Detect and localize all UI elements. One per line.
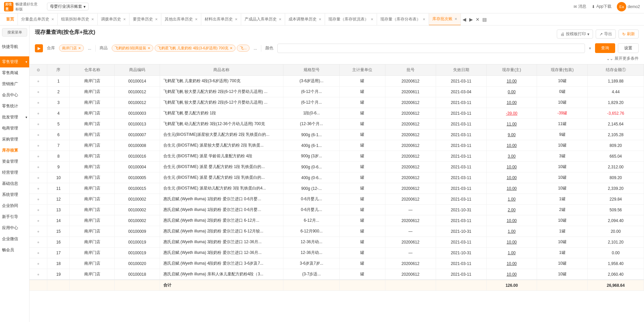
row-stock-main[interactable]: 2.00 xyxy=(486,205,537,215)
row-gear[interactable]: ● xyxy=(30,151,47,162)
tab-cheng-ben[interactable]: 成本调整单历史 ✕ xyxy=(285,13,325,25)
row-stock-main[interactable]: 10.00 xyxy=(486,183,537,194)
row-stock-main[interactable]: 10.00 xyxy=(486,162,537,172)
export-btn[interactable]: ↗ 导出 xyxy=(596,30,616,39)
tab-next-btn[interactable]: ▶ xyxy=(468,13,474,25)
tab-close-icon[interactable]: ✕ xyxy=(279,17,281,21)
row-stock-main[interactable]: 10.00 xyxy=(486,258,537,269)
row-stock-main[interactable]: 0.00 xyxy=(486,87,537,97)
sidebar-item-quick-nav[interactable]: 快捷导航 xyxy=(0,41,29,52)
tab-prev-btn[interactable]: ◀ xyxy=(461,13,468,25)
tab-home[interactable]: 首页 xyxy=(3,13,18,25)
row-stock-main[interactable]: 10.00 xyxy=(486,97,537,108)
row-gear[interactable]: ● xyxy=(30,226,47,237)
sidebar-item-sys-mgmt[interactable]: 系统管理 xyxy=(0,189,29,200)
sidebar-search-btn[interactable]: 搜索菜单 xyxy=(2,28,27,37)
sidebar-item-basic-info[interactable]: 基础信息 xyxy=(0,178,29,189)
row-stock-main[interactable]: 10.00 xyxy=(486,215,537,226)
row-stock-main[interactable]: 10.00 xyxy=(486,172,537,183)
tab-cai-liao[interactable]: 材料出库单历史 ✕ xyxy=(201,13,241,25)
color-filter-input[interactable] xyxy=(277,44,585,53)
row-gear[interactable]: ● xyxy=(30,119,47,129)
message-btn[interactable]: ✉ 消息 xyxy=(574,4,586,9)
tab-close-icon[interactable]: ✕ xyxy=(91,17,94,21)
remove-product-tag-2-icon[interactable]: ✕ xyxy=(230,46,232,50)
row-stock-main[interactable]: -39.00 xyxy=(486,108,537,119)
row-gear[interactable]: ● xyxy=(30,97,47,108)
row-stock-main[interactable]: 10.00 xyxy=(486,237,537,248)
row-stock-main[interactable]: 9.00 xyxy=(486,129,537,140)
color-dropdown-icon[interactable]: ▾ xyxy=(589,46,591,51)
row-gear[interactable]: ● xyxy=(30,183,47,194)
sidebar-item-zero-mgmt[interactable]: 零售管理 ▾ xyxy=(0,56,29,67)
sidebar-item-company[interactable]: 企业协同 xyxy=(0,200,29,211)
warehouse-ellipsis[interactable]: ... xyxy=(88,46,91,51)
gear-icon[interactable]: ⚙ xyxy=(37,68,40,72)
tab-diao-bo[interactable]: 调拨单历史 ✕ xyxy=(98,13,129,25)
sidebar-item-company-wx[interactable]: 企业微信 xyxy=(0,233,29,245)
row-gear[interactable]: ● xyxy=(30,215,47,226)
tab-chan-pin[interactable]: 产成品入库单历史 ✕ xyxy=(241,13,285,25)
sidebar-item-purchase[interactable]: 采购管理 xyxy=(0,134,29,145)
refresh-btn[interactable]: ↻ 刷新 xyxy=(619,30,639,39)
expand-more-btn[interactable]: ⌄⌄ 展开更多条件 xyxy=(606,56,639,61)
th-gear[interactable]: ⚙ xyxy=(30,64,47,76)
tab-close-icon[interactable]: ✕ xyxy=(371,17,373,21)
row-stock-main[interactable]: 1.00 xyxy=(486,226,537,237)
tab-zu-chai[interactable]: 组装拆卸单历史 ✕ xyxy=(58,13,98,25)
sidebar-item-member[interactable]: 会员中心 xyxy=(0,90,29,101)
row-gear[interactable]: ● xyxy=(30,87,47,97)
app-download-btn[interactable]: ⬇ App下载 xyxy=(592,4,611,9)
tab-close-icon[interactable]: ✕ xyxy=(195,17,198,21)
industry-selector[interactable]: 母婴行业演示账套 ▾ xyxy=(47,3,89,10)
row-gear[interactable]: ● xyxy=(30,140,47,151)
tab-pi-ci[interactable]: 库存批次账 ✕ xyxy=(429,13,461,25)
tab-close-icon[interactable]: ✕ xyxy=(423,17,425,21)
row-gear[interactable]: ● xyxy=(30,76,47,87)
sidebar-item-zero-stat[interactable]: 零售统计 xyxy=(0,101,29,112)
remove-warehouse-tag-icon[interactable]: ✕ xyxy=(78,46,81,50)
row-stock-main[interactable]: 10.00 xyxy=(486,269,537,280)
row-gear[interactable]: ● xyxy=(30,237,47,248)
remove-product-tag-1-icon[interactable]: ✕ xyxy=(148,46,150,50)
row-stock-main[interactable]: 10.00 xyxy=(486,76,537,87)
tab-qi-ta[interactable]: 其他出库单历史 ✕ xyxy=(161,13,201,25)
sidebar-item-zero-shop[interactable]: 零售商城 xyxy=(0,67,29,78)
filter-toggle-btn[interactable]: ▶ xyxy=(35,44,43,52)
sidebar-item-finance[interactable]: 资金管理 xyxy=(0,156,29,167)
sidebar-item-inventory[interactable]: 库存核算 xyxy=(0,145,29,156)
product-ellipsis[interactable]: ... xyxy=(254,46,257,51)
row-stock-main[interactable]: 1.00 xyxy=(486,248,537,258)
tab-fen-pan[interactable]: 分量盘点单历史 ✕ xyxy=(18,13,58,25)
query-btn[interactable]: 查询 xyxy=(595,43,615,53)
row-gear[interactable]: ● xyxy=(30,108,47,119)
tab-xian-cun-1[interactable]: 现存量（库存状况表）✕ xyxy=(325,13,377,25)
row-gear[interactable]: ● xyxy=(30,162,47,172)
row-gear[interactable]: ● xyxy=(30,129,47,140)
row-gear[interactable]: ● xyxy=(30,172,47,183)
tab-close-icon[interactable]: ✕ xyxy=(123,17,126,21)
sidebar-item-batch-mgmt[interactable]: 批发管理 ▾ xyxy=(0,112,29,123)
tab-close-icon[interactable]: ✕ xyxy=(454,17,457,21)
row-stock-main[interactable]: 1.00 xyxy=(486,194,537,205)
row-stock-main[interactable]: 11.00 xyxy=(486,119,537,129)
tab-yao-huo[interactable]: 要货单历史 ✕ xyxy=(129,13,161,25)
settings-btn[interactable]: 设置 xyxy=(618,43,639,53)
row-stock-main[interactable]: 3.00 xyxy=(486,151,537,162)
tab-close-icon[interactable]: ✕ xyxy=(235,17,237,21)
row-stock-main[interactable]: 10.00 xyxy=(486,140,537,151)
sidebar-item-new-guide[interactable]: 新手引导 xyxy=(0,211,29,222)
row-gear[interactable]: ● xyxy=(30,269,47,280)
user-area[interactable]: Ea demo2 xyxy=(617,2,640,11)
sidebar-item-operation[interactable]: 经营管理 xyxy=(0,167,29,178)
tab-close-all-btn[interactable]: ✕ xyxy=(474,13,481,25)
tab-close-icon[interactable]: ✕ xyxy=(51,17,54,21)
row-gear[interactable]: ● xyxy=(30,248,47,258)
row-gear[interactable]: ● xyxy=(30,205,47,215)
sidebar-item-ecommerce[interactable]: 电商管理 xyxy=(0,123,29,134)
tab-menu-btn[interactable]: ▤ xyxy=(481,13,488,25)
row-gear[interactable]: ● xyxy=(30,258,47,269)
sidebar-item-app-center[interactable]: 应用中心 xyxy=(0,222,29,233)
tab-xian-cun-2[interactable]: 现存量（库存分布表）✕ xyxy=(377,13,429,25)
tab-close-icon[interactable]: ✕ xyxy=(155,17,158,21)
